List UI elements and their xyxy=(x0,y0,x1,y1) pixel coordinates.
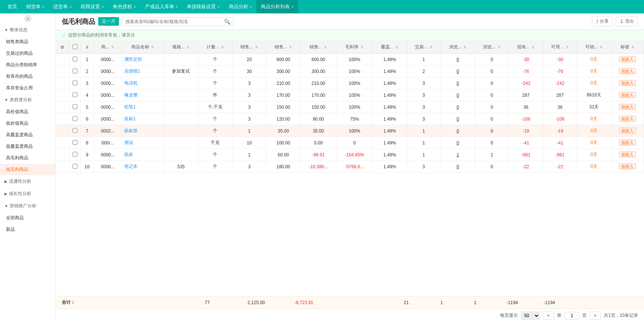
sidebar-item-low-coverage[interactable]: 低覆盖度商品 xyxy=(0,141,55,152)
table-wrapper[interactable]: ⚙ # 商... ⇅ 商品名称 ⇅ 规格... ⇅ 计量... ⇅ 销售... … xyxy=(56,41,644,296)
view1-link-9[interactable]: 0 xyxy=(456,164,459,169)
view1-link-3[interactable]: 0 xyxy=(456,93,459,98)
sidebar-section-growth[interactable]: ▶ 成长性分析 xyxy=(0,188,55,200)
sidebar-collapse-btn[interactable]: « xyxy=(24,15,32,22)
sidebar-item-sales-goods[interactable]: 销售类商品 xyxy=(0,36,55,48)
nav-permissions[interactable]: 权限设置 × xyxy=(76,0,108,13)
page-number-input[interactable] xyxy=(564,312,579,319)
view1-link-6[interactable]: 0 xyxy=(456,128,459,134)
view1-link-0[interactable]: 0 xyxy=(456,57,459,62)
th-gross-rate[interactable]: 毛利率 ⇅ xyxy=(336,41,373,54)
td-checkbox-2[interactable] xyxy=(69,77,80,89)
sidebar-section-cluster[interactable]: ▼ 类群度分析 xyxy=(0,94,55,106)
td-name-4[interactable]: 铅笔1 xyxy=(122,101,164,113)
view1-link-1[interactable]: 0 xyxy=(456,69,459,74)
td-name-1[interactable]: 吴细细1 xyxy=(122,66,164,77)
td-name-0[interactable]: 属性定价 xyxy=(122,54,164,66)
view1-link-4[interactable]: 0 xyxy=(456,105,459,110)
th-current-stock[interactable]: 现有... ⇅ xyxy=(509,41,543,54)
close-roles-icon[interactable]: × xyxy=(134,4,136,9)
nav-home[interactable]: 首页 xyxy=(3,0,22,13)
td-view1-3[interactable]: 0 xyxy=(441,89,475,101)
row-checkbox-3[interactable] xyxy=(73,92,77,97)
sidebar-item-low-margin[interactable]: 低毛利商品 xyxy=(0,164,55,175)
td-checkbox-3[interactable] xyxy=(69,89,80,101)
td-view1-1[interactable]: 0 xyxy=(441,66,475,77)
sidebar-item-high-margin[interactable]: 高毛利商品 xyxy=(0,152,55,164)
td-checkbox-4[interactable] xyxy=(69,101,80,113)
nav-sales[interactable]: 销货单 × xyxy=(22,0,49,13)
th-sales-qty[interactable]: 销售... ⇅ xyxy=(232,41,266,54)
close-product-analysis-icon[interactable]: × xyxy=(250,4,252,9)
row-checkbox-9[interactable] xyxy=(73,164,77,169)
sidebar-item-traded-goods[interactable]: 交易过的商品 xyxy=(0,48,55,59)
sidebar-item-category-rate[interactable]: 商品分类助销率 xyxy=(0,59,55,71)
row-checkbox-0[interactable] xyxy=(73,57,77,61)
row-checkbox-7[interactable] xyxy=(73,140,77,145)
th-checkbox[interactable] xyxy=(69,41,80,54)
sidebar-section-marketing[interactable]: ▼ 营销推广分析 xyxy=(0,200,55,212)
td-view1-7[interactable]: 0 xyxy=(441,137,475,149)
td-view1-0[interactable]: 0 xyxy=(441,54,475,66)
th-saleable-days[interactable]: 可销... ⇅ xyxy=(577,41,611,54)
td-view1-9[interactable]: 0 xyxy=(441,161,475,173)
sidebar-item-high-coverage[interactable]: 高覆盖度商品 xyxy=(0,129,55,141)
row-checkbox-8[interactable] xyxy=(73,152,77,157)
row-checkbox-4[interactable] xyxy=(73,104,77,109)
close-template-settings-icon[interactable]: × xyxy=(217,4,220,9)
per-page-select[interactable]: 50 100 200 xyxy=(521,312,540,320)
td-view1-5[interactable]: 0 xyxy=(441,113,475,125)
td-checkbox-5[interactable] xyxy=(69,113,80,125)
sidebar-section-overall[interactable]: ▼ 整体信息 xyxy=(0,24,55,36)
td-view1-2[interactable]: 0 xyxy=(441,77,475,89)
td-checkbox-6[interactable] xyxy=(69,125,80,137)
close-sales-icon[interactable]: × xyxy=(42,4,44,9)
search-icon[interactable]: 🔍 xyxy=(224,19,230,25)
view1-link-2[interactable]: 0 xyxy=(456,81,459,86)
td-view1-8[interactable]: 1 xyxy=(441,149,475,161)
td-checkbox-7[interactable] xyxy=(69,137,80,149)
td-view1-4[interactable]: 0 xyxy=(441,101,475,113)
td-name-2[interactable]: 电话机 xyxy=(122,77,164,89)
sidebar-section-circulation[interactable]: ▶ 流通性分析 xyxy=(0,175,55,188)
sidebar-item-high-value[interactable]: 高价值商品 xyxy=(0,106,55,118)
td-checkbox-0[interactable] xyxy=(69,54,80,66)
nav-purchase[interactable]: 进货单 × xyxy=(49,0,76,13)
th-deal-count[interactable]: 交易... ⇅ xyxy=(407,41,441,54)
view1-link-5[interactable]: 0 xyxy=(456,117,459,122)
nav-product-analysis[interactable]: 商品分析 × xyxy=(224,0,256,13)
td-name-7[interactable]: 测试 xyxy=(122,137,164,149)
td-name-3[interactable]: 橡皮擦 xyxy=(122,89,164,101)
th-sales-profit[interactable]: 销售... ⇅ xyxy=(300,41,336,54)
time-filter-btn[interactable]: 近一月 xyxy=(98,17,119,26)
share-btn[interactable]: ⤴ 分享 xyxy=(592,16,613,26)
td-checkbox-9[interactable] xyxy=(69,161,80,173)
close-permissions-icon[interactable]: × xyxy=(102,4,104,9)
th-view1[interactable]: 浏览... ⇅ xyxy=(441,41,475,54)
row-checkbox-1[interactable] xyxy=(73,68,77,73)
sidebar-item-new-goods[interactable]: 新品 xyxy=(0,224,55,235)
th-sales-amt[interactable]: 销售... ⇅ xyxy=(266,41,301,54)
th-unit[interactable]: 计量... ⇅ xyxy=(198,41,233,54)
sidebar-item-in-stock-goods[interactable]: 有库存的商品 xyxy=(0,71,55,82)
nav-template-settings[interactable]: 单据模板设置 × xyxy=(182,0,224,13)
td-checkbox-1[interactable] xyxy=(69,66,80,77)
td-name-8[interactable]: 鼠标 xyxy=(122,149,164,161)
next-page-btn[interactable]: ＞ xyxy=(590,311,601,320)
close-purchase-icon[interactable]: × xyxy=(69,4,71,9)
th-tag[interactable]: 标签 ⇅ xyxy=(611,41,644,54)
td-view1-6[interactable]: 0 xyxy=(441,125,475,137)
th-code[interactable]: 商... ⇅ xyxy=(94,41,122,54)
sidebar-item-all-goods[interactable]: 全部商品 xyxy=(0,212,55,224)
th-view2[interactable]: 浏览... ⇅ xyxy=(475,41,509,54)
th-coverage[interactable]: 覆盖... ⇅ xyxy=(373,41,407,54)
sidebar-item-stock-capital[interactable]: 库存资金占用 xyxy=(0,82,55,94)
close-product-entry-icon[interactable]: × xyxy=(176,4,178,9)
view1-link-7[interactable]: 0 xyxy=(456,140,459,146)
nav-roles[interactable]: 角色授权 × xyxy=(108,0,140,13)
search-input[interactable] xyxy=(125,19,224,24)
td-checkbox-8[interactable] xyxy=(69,149,80,161)
prev-page-btn[interactable]: ＜ xyxy=(543,311,554,320)
row-checkbox-6[interactable] xyxy=(73,128,77,133)
th-usable-stock[interactable]: 可用... ⇅ xyxy=(543,41,577,54)
